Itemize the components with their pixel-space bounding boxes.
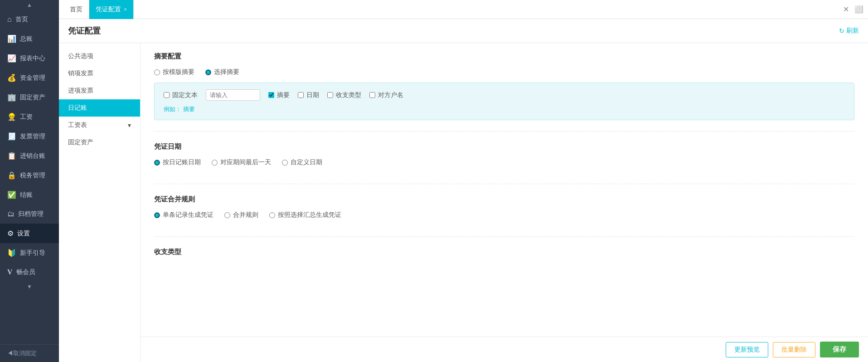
radio-summary-generate[interactable]: 按照选择汇总生成凭证 <box>269 211 341 219</box>
sidebar-item-funds[interactable]: 💰 资金管理 <box>0 68 59 88</box>
update-preview-button[interactable]: 更新预览 <box>726 342 768 357</box>
check-counterpart[interactable]: 对方户名 <box>369 91 403 99</box>
check-income-type[interactable]: 收支类型 <box>327 91 361 99</box>
radio-merge-input[interactable] <box>224 212 230 218</box>
main-area: 首页 凭证配置 × ✕ ⬜ 凭证配置 ↻ 刷新 公共选项 销项发票 进 <box>59 0 868 362</box>
radio-select[interactable]: 选择摘要 <box>205 68 239 76</box>
radio-single[interactable]: 单条记录生成凭证 <box>154 211 213 219</box>
settings-icon: ⚙ <box>7 229 14 238</box>
sidebar-item-salary[interactable]: 👷 工资 <box>0 107 59 127</box>
section-merge-rules: 凭证合并规则 单条记录生成凭证 合并规则 按照选择汇总生成凭证 <box>154 195 854 237</box>
page-header: 凭证配置 ↻ 刷新 <box>59 19 868 43</box>
left-nav-fixed-assets[interactable]: 固定资产 <box>59 134 140 151</box>
left-nav-sales-invoice[interactable]: 销项发票 <box>59 65 140 82</box>
sidebar-item-reports[interactable]: 📈 报表中心 <box>0 49 59 68</box>
summary-checkboxes-row: 固定文本 摘要 日期 <box>164 89 845 101</box>
radio-last-day-input[interactable] <box>212 160 218 166</box>
sidebar-item-invoice[interactable]: 🧾 发票管理 <box>0 127 59 146</box>
right-content: 摘要配置 按模版摘要 选择摘要 <box>141 43 868 337</box>
salary-icon: 👷 <box>7 113 16 121</box>
check-summary[interactable]: 摘要 <box>268 91 290 99</box>
reports-icon: 📈 <box>7 54 16 63</box>
tax-icon: 🔒 <box>7 171 16 180</box>
sidebar-item-settings[interactable]: ⚙ 设置 <box>0 224 59 243</box>
radio-merge[interactable]: 合并规则 <box>224 211 258 219</box>
left-nav-public[interactable]: 公共选项 <box>59 48 140 65</box>
sidebar-scroll-down[interactable]: ▼ <box>0 282 59 292</box>
section-voucher-date: 凭证日期 按日记账日期 对应期间最后一天 自定义日期 <box>154 142 854 184</box>
summary-radio-group: 按模版摘要 选择摘要 <box>154 68 854 76</box>
bottom-bar: 更新预览 批量删除 保存 <box>141 337 868 362</box>
radio-summary-generate-input[interactable] <box>269 212 275 218</box>
fixed-assets-icon: 🏢 <box>7 93 16 102</box>
window-maximize-icon[interactable]: ⬜ <box>854 5 863 14</box>
sidebar-item-fixed-assets[interactable]: 🏢 固定资产 <box>0 88 59 107</box>
tab-bar-actions: ✕ ⬜ <box>843 5 863 14</box>
funds-icon: 💰 <box>7 73 16 82</box>
left-nav-payroll[interactable]: 工资表 ▾ <box>59 117 140 134</box>
settlement-icon: ✅ <box>7 191 16 199</box>
radio-select-input[interactable] <box>205 69 211 75</box>
refresh-button[interactable]: ↻ 刷新 <box>839 27 859 35</box>
section-merge-rules-title: 凭证合并规则 <box>154 195 854 204</box>
tab-bar: 首页 凭证配置 × ✕ ⬜ <box>59 0 868 19</box>
window-close-icon[interactable]: ✕ <box>843 5 849 14</box>
check-fixed-text[interactable]: 固定文本 <box>164 91 198 99</box>
summary-config-box: 固定文本 摘要 日期 <box>154 83 854 120</box>
content-area: 公共选项 销项发票 进项发票 日记账 工资表 ▾ 固定资产 <box>59 43 868 362</box>
sidebar-item-purchase-sales[interactable]: 📋 进销台账 <box>0 146 59 166</box>
sidebar: ▲ ⌂ 首页 📊 总账 📈 报表中心 💰 资金管理 🏢 固定资产 👷 工资 🧾 … <box>0 0 59 362</box>
section-income-type-title: 收支类型 <box>154 248 854 256</box>
left-nav-journal[interactable]: 日记账 <box>59 99 140 117</box>
section-income-type: 收支类型 <box>154 248 854 274</box>
check-date-input[interactable] <box>298 92 304 98</box>
radio-template-input[interactable] <box>154 69 160 75</box>
tab-voucher-config[interactable]: 凭证配置 × <box>89 0 134 19</box>
radio-custom-date-input[interactable] <box>282 160 288 166</box>
radio-journal-date-input[interactable] <box>154 160 160 166</box>
save-button[interactable]: 保存 <box>820 342 859 357</box>
sidebar-item-home[interactable]: ⌂ 首页 <box>0 10 59 29</box>
sidebar-scroll-up[interactable]: ▲ <box>0 0 59 10</box>
home-icon: ⌂ <box>7 15 12 24</box>
left-nav-purchase-invoice[interactable]: 进项发票 <box>59 82 140 99</box>
refresh-icon: ↻ <box>839 27 844 34</box>
summary-example: 例如： 摘要 <box>164 105 845 113</box>
sidebar-item-guide[interactable]: 🔰 新手引导 <box>0 243 59 263</box>
purchase-sales-icon: 📋 <box>7 152 16 160</box>
archive-icon: 🗂 <box>7 210 15 218</box>
radio-journal-date[interactable]: 按日记账日期 <box>154 158 201 166</box>
sidebar-unpin-button[interactable]: ◀取消固定 <box>0 344 59 362</box>
check-income-type-input[interactable] <box>327 92 333 98</box>
check-fixed-text-input[interactable] <box>164 92 170 98</box>
radio-last-day[interactable]: 对应期间最后一天 <box>212 158 271 166</box>
sidebar-item-archive[interactable]: 🗂 归档管理 <box>0 205 59 224</box>
sidebar-item-vip[interactable]: V 畅会员 <box>0 263 59 282</box>
payroll-expand-icon: ▾ <box>128 122 131 129</box>
tab-home[interactable]: 首页 <box>63 0 89 19</box>
radio-custom-date[interactable]: 自定义日期 <box>282 158 322 166</box>
ledger-icon: 📊 <box>7 34 16 43</box>
merge-rules-radio-group: 单条记录生成凭证 合并规则 按照选择汇总生成凭证 <box>154 211 854 219</box>
left-nav: 公共选项 销项发票 进项发票 日记账 工资表 ▾ 固定资产 <box>59 43 141 362</box>
section-summary-title: 摘要配置 <box>154 52 854 61</box>
check-summary-input[interactable] <box>268 92 274 98</box>
vip-icon: V <box>7 268 13 276</box>
sidebar-item-settlement[interactable]: ✅ 结账 <box>0 185 59 205</box>
page-title: 凭证配置 <box>68 25 101 36</box>
fixed-text-input[interactable] <box>206 89 260 101</box>
right-panel: 摘要配置 按模版摘要 选择摘要 <box>141 43 868 362</box>
radio-template[interactable]: 按模版摘要 <box>154 68 194 76</box>
check-date[interactable]: 日期 <box>298 91 319 99</box>
invoice-icon: 🧾 <box>7 132 16 141</box>
section-voucher-date-title: 凭证日期 <box>154 142 854 151</box>
guide-icon: 🔰 <box>7 249 16 257</box>
check-counterpart-input[interactable] <box>369 92 375 98</box>
tab-close-icon[interactable]: × <box>124 6 127 13</box>
sidebar-item-tax[interactable]: 🔒 税务管理 <box>0 166 59 185</box>
sidebar-scroll: ▲ ⌂ 首页 📊 总账 📈 报表中心 💰 资金管理 🏢 固定资产 👷 工资 🧾 … <box>0 0 59 344</box>
voucher-date-radio-group: 按日记账日期 对应期间最后一天 自定义日期 <box>154 158 854 166</box>
radio-single-input[interactable] <box>154 212 160 218</box>
batch-delete-button[interactable]: 批量删除 <box>773 342 815 357</box>
sidebar-item-ledger[interactable]: 📊 总账 <box>0 29 59 49</box>
